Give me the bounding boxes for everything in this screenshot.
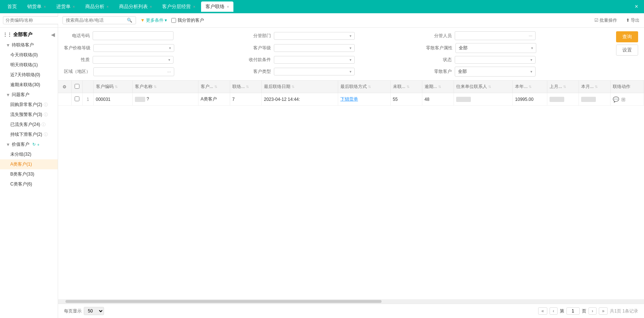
sidebar-item-repurchase-abnormal[interactable]: 回购异常客户(2) ⓘ xyxy=(0,100,58,110)
comment-action-icon[interactable]: 💬 xyxy=(613,96,619,102)
sidebar-item-class-b[interactable]: B类客户(33) xyxy=(0,169,58,179)
nav-close-all-btn[interactable]: × xyxy=(632,3,641,10)
select-nature[interactable]: ▾ xyxy=(93,56,173,64)
sidebar-item-class-c[interactable]: C类客户(6) xyxy=(0,179,58,189)
select-status[interactable]: ▾ xyxy=(455,56,536,64)
action-icons: 💬 ⊞ xyxy=(613,96,641,102)
prev-page-btn[interactable]: ‹ xyxy=(550,307,558,315)
filter-row-1: 电话号码 分管部门 ▾ 分管人员 xyxy=(64,31,607,40)
sort-type-icon[interactable]: ⇅ xyxy=(214,85,217,89)
sort-uncontacted-icon[interactable]: ⇅ xyxy=(407,85,409,89)
nav-tab-customer-segment[interactable]: 客户分层经营 × xyxy=(158,1,200,12)
label-cust-type: 客户类型 xyxy=(245,68,271,75)
nav-tab-analysis[interactable]: 商品分析 × xyxy=(81,1,113,12)
sidebar-search-input[interactable] xyxy=(3,16,63,24)
filter-more-btn[interactable]: ▼ 更多条件 ▾ xyxy=(140,17,167,24)
info-icon-1: ⓘ xyxy=(44,102,48,107)
select-all-checkbox[interactable] xyxy=(75,84,79,89)
sidebar-collapse-icon[interactable]: ◀ xyxy=(51,32,55,38)
close-analysis-tab-icon[interactable]: × xyxy=(107,5,109,9)
row-unit-contact xyxy=(454,93,512,106)
chevron-sparse-icon: ▾ xyxy=(530,70,532,74)
sidebar-item-churn-warning[interactable]: 流失预警客户(3) ⓘ xyxy=(0,110,58,120)
last-method-link[interactable]: 下销货单 xyxy=(340,96,358,102)
sidebar-item-tomorrow[interactable]: 明天待联络(1) xyxy=(0,60,58,70)
sort-overdue-icon[interactable]: ⇅ xyxy=(438,85,441,89)
export-btn[interactable]: ⬆ 导出 xyxy=(626,17,640,24)
row-select-checkbox[interactable] xyxy=(75,96,79,101)
sort-last-date-icon[interactable]: ⇅ xyxy=(291,85,294,89)
input-phone[interactable] xyxy=(93,31,173,40)
sort-unit-icon[interactable]: ⇅ xyxy=(488,85,491,89)
page-number-input[interactable] xyxy=(566,307,580,315)
close-sales-tab-icon[interactable]: × xyxy=(44,5,46,9)
nav-tab-purchase[interactable]: 进货单 × xyxy=(52,1,79,12)
scrollbar-thumb[interactable] xyxy=(65,300,382,303)
close-analysis-list-tab-icon[interactable]: × xyxy=(150,5,152,9)
page-size-select[interactable]: 50 100 200 xyxy=(84,307,104,315)
filter-search-input[interactable] xyxy=(66,18,125,23)
next-page-btn[interactable]: › xyxy=(588,307,597,315)
sidebar-item-7days[interactable]: 近7天待联络(0) xyxy=(0,70,58,80)
sidebar-item-declining[interactable]: 持续下滑客户(2) ⓘ xyxy=(0,130,58,139)
filter-search-icon[interactable]: 🔍 xyxy=(127,18,132,23)
horizontal-scrollbar[interactable] xyxy=(58,299,644,304)
sidebar-item-overdue[interactable]: 逾期未联络(30) xyxy=(0,80,58,90)
sidebar-group-problem[interactable]: ▼ 问题客户 xyxy=(0,90,58,100)
select-cust-level[interactable]: ▾ xyxy=(274,44,355,52)
sort-last-method-icon[interactable]: ⇅ xyxy=(368,85,371,89)
nav-tab-sales[interactable]: 销货单 × xyxy=(23,1,50,12)
dots-region-icon[interactable]: ··· xyxy=(167,69,171,74)
nav-home-tab[interactable]: 首页 xyxy=(3,3,21,10)
close-purchase-tab-icon[interactable]: × xyxy=(73,5,75,9)
filter-cell-nature: 性质 ▾ xyxy=(64,56,245,64)
add-group-icon[interactable]: + xyxy=(37,142,39,147)
row-this-month xyxy=(579,93,611,106)
row-checkbox xyxy=(71,93,82,106)
select-region[interactable]: ··· xyxy=(93,67,174,76)
sort-this-month-icon[interactable]: ⇅ xyxy=(595,85,598,89)
batch-ops-btn[interactable]: ☑ 批量操作 xyxy=(594,17,617,24)
link-action-icon[interactable]: ⊞ xyxy=(621,96,626,102)
sidebar-group-pending[interactable]: ▼ 待联络客户 xyxy=(0,40,58,50)
col-code: 客户编码 ⇅ xyxy=(93,81,133,93)
select-sparse[interactable]: 全部 ▾ xyxy=(455,67,536,77)
row-name: ? xyxy=(133,93,198,106)
sidebar-all-customers[interactable]: ⋮⋮ 全部客户 ◀ xyxy=(0,29,58,40)
sort-name-icon[interactable]: ⇅ xyxy=(154,85,157,89)
select-price-level[interactable]: ▾ xyxy=(93,44,174,52)
label-payment: 收付款条件 xyxy=(245,57,271,63)
sidebar-item-unclassified[interactable]: 未分组(32) xyxy=(0,149,58,159)
sidebar-group-value[interactable]: ▼ 价值客户 ↻ + xyxy=(0,139,58,149)
sort-contact-icon[interactable]: ⇅ xyxy=(246,85,249,89)
select-sparse-attr[interactable]: 全部 ▾ xyxy=(455,43,536,53)
nav-tab-analysis-list[interactable]: 商品分析列表 × xyxy=(115,1,157,12)
refresh-icon[interactable]: ↻ xyxy=(32,142,36,147)
filter-cell-sparse-attr: 零散客户属性 全部 ▾ xyxy=(426,43,607,53)
nav-tab-customer-contact[interactable]: 客户联络 × xyxy=(201,1,233,12)
last-page-btn[interactable]: » xyxy=(599,307,608,315)
filter-cell-payment: 收付款条件 ▾ xyxy=(245,56,426,64)
row-index: 1 xyxy=(82,93,93,106)
select-payment[interactable]: ▾ xyxy=(274,56,355,64)
close-contact-tab-icon[interactable]: × xyxy=(227,5,229,9)
select-dept[interactable]: ▾ xyxy=(274,32,355,40)
dots-manager-icon[interactable]: ··· xyxy=(529,33,532,38)
select-cust-type[interactable]: ▾ xyxy=(274,68,355,75)
sort-last-month-icon[interactable]: ⇅ xyxy=(563,85,566,89)
close-segment-tab-icon[interactable]: × xyxy=(193,5,195,9)
export-icon: ⬆ xyxy=(626,18,630,23)
query-button[interactable]: 查询 xyxy=(616,31,638,42)
select-manager[interactable]: ··· xyxy=(455,31,536,40)
batch-icon: ☑ xyxy=(594,18,598,23)
filter-my-customers-checkbox[interactable]: 我分管的客户 xyxy=(171,17,204,24)
my-customers-check[interactable] xyxy=(171,18,176,23)
gear-icon[interactable]: ⚙ xyxy=(62,84,67,89)
sort-code-icon[interactable]: ⇅ xyxy=(115,85,118,89)
sidebar-item-today[interactable]: 今天待联络(0) xyxy=(0,50,58,60)
settings-button[interactable]: 设置 xyxy=(616,45,638,56)
sidebar-item-class-a[interactable]: A类客户(1) xyxy=(0,159,58,169)
first-page-btn[interactable]: « xyxy=(538,307,547,315)
sort-this-year-icon[interactable]: ⇅ xyxy=(529,85,532,89)
sidebar-item-churned[interactable]: 已流失客户(24) ⓘ xyxy=(0,120,58,130)
